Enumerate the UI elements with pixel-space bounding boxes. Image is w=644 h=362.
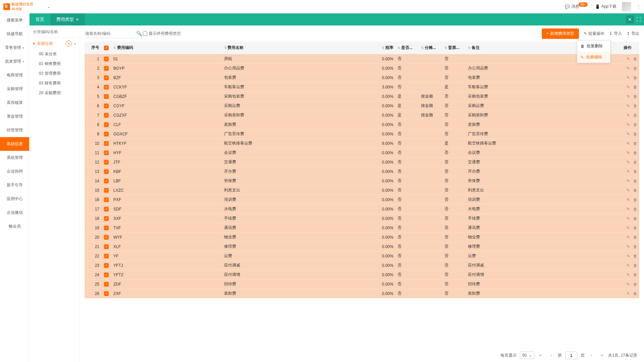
row-delete-icon[interactable]: 🗑: [633, 254, 637, 258]
col-checkbox[interactable]: ✓: [101, 42, 111, 54]
row-checkbox[interactable]: ✓: [104, 169, 109, 174]
page-size-select[interactable]: 50 ⌄: [520, 352, 534, 359]
row-delete-icon[interactable]: 🗑: [633, 113, 637, 118]
batch-delete-item[interactable]: 🗑 批量删除: [577, 41, 610, 52]
table-row[interactable]: 15 ✓ LXZC 利息支出 0.00% 否 否 利息支出 ✎ 🗑: [85, 186, 639, 195]
row-delete-icon[interactable]: 🗑: [633, 226, 637, 230]
row-delete-icon[interactable]: 🗑: [633, 244, 637, 249]
sidebar-item-15[interactable]: 畅会员: [0, 220, 29, 233]
row-checkbox[interactable]: ✓: [104, 197, 109, 202]
table-row[interactable]: 21 ✓ XLF 修理费 0.00% 否 否 修理费 ✎ 🗑: [85, 242, 639, 251]
user-avatar[interactable]: [622, 2, 631, 11]
row-delete-icon[interactable]: 🗑: [633, 94, 637, 99]
row-checkbox[interactable]: ✓: [104, 254, 109, 258]
row-delete-icon[interactable]: 🗑: [633, 66, 637, 71]
row-edit-icon[interactable]: ✎: [627, 179, 630, 183]
show-disabled-checkbox[interactable]: 显示停用费用类型: [143, 31, 181, 37]
row-edit-icon[interactable]: ✎: [627, 282, 630, 287]
sidebar-item-11[interactable]: 企业协同: [0, 165, 29, 178]
row-checkbox[interactable]: ✓: [104, 291, 109, 296]
row-delete-icon[interactable]: 🗑: [633, 263, 637, 268]
col-seq[interactable]: 序号: [85, 42, 101, 54]
row-delete-icon[interactable]: 🗑: [633, 188, 637, 193]
row-delete-icon[interactable]: 🗑: [633, 141, 637, 146]
tab-1[interactable]: 费用类型✕: [50, 13, 85, 25]
row-edit-icon[interactable]: ✎: [627, 75, 630, 80]
row-delete-icon[interactable]: 🗑: [633, 150, 637, 155]
row-edit-icon[interactable]: ✎: [627, 273, 630, 277]
row-edit-icon[interactable]: ✎: [627, 254, 630, 258]
row-edit-icon[interactable]: ✎: [627, 132, 630, 136]
category-item-1[interactable]: 01 销售费用: [38, 59, 77, 69]
table-row[interactable]: 11 ✓ HYF 会议费 0.00% 否 否 会议费 ✎ 🗑: [85, 148, 639, 158]
col-alloc[interactable]: 分摊...: [419, 42, 442, 54]
row-delete-icon[interactable]: 🗑: [633, 122, 637, 127]
sidebar-item-14[interactable]: 企业微信: [0, 206, 29, 220]
row-checkbox[interactable]: ✓: [104, 207, 109, 212]
table-row[interactable]: 16 ✓ PXF 培训费 0.00% 否 否 培训费 ✎ 🗑: [85, 195, 639, 204]
sidebar-item-9[interactable]: 基础信息: [0, 137, 29, 151]
first-page-button[interactable]: ⇤: [538, 352, 544, 359]
row-edit-icon[interactable]: ✎: [627, 122, 630, 127]
row-delete-icon[interactable]: 🗑: [633, 75, 637, 80]
table-row[interactable]: 26 ✓ ZXF 装卸费 0.00% 否 否 装卸费 ✎ 🗑: [85, 289, 639, 298]
row-edit-icon[interactable]: ✎: [627, 291, 630, 296]
row-delete-icon[interactable]: 🗑: [633, 216, 637, 221]
table-search-input[interactable]: [85, 29, 136, 38]
row-checkbox[interactable]: ✓: [104, 273, 109, 277]
batch-ops-button[interactable]: ✎ 批量操作: [584, 31, 604, 37]
row-delete-icon[interactable]: 🗑: [633, 179, 637, 183]
table-row[interactable]: 5 ✓ CGBZF 采购包装费 0.00% 是 按金额 否 采购包装费 ✎ 🗑: [85, 92, 639, 101]
row-edit-icon[interactable]: ✎: [627, 150, 630, 155]
sidebar-item-0[interactable]: 搜索菜单: [0, 13, 29, 27]
row-checkbox[interactable]: ✓: [104, 150, 109, 155]
row-delete-icon[interactable]: 🗑: [633, 57, 637, 61]
row-checkbox[interactable]: ✓: [104, 122, 109, 127]
row-checkbox[interactable]: ✓: [104, 179, 109, 183]
sidebar-item-4[interactable]: 电商管理: [0, 68, 29, 82]
row-edit-icon[interactable]: ✎: [627, 207, 630, 212]
table-row[interactable]: 6 ✓ CGYF 采购运费 0.00% 是 按金额 否 采购运费 ✎ 🗑: [85, 101, 639, 111]
category-item-3[interactable]: 03 财务费用: [38, 78, 77, 88]
search-icon[interactable]: 🔍: [136, 31, 142, 36]
tab-close-button[interactable]: ✕: [626, 15, 634, 23]
row-delete-icon[interactable]: 🗑: [633, 197, 637, 202]
row-edit-icon[interactable]: ✎: [627, 169, 630, 174]
row-checkbox[interactable]: ✓: [104, 57, 109, 61]
category-collapse-button[interactable]: «: [74, 41, 76, 46]
table-row[interactable]: 1 ✓ 01 房租 0.00% 否 否 ✎ 🗑: [85, 54, 639, 64]
more-icon[interactable]: ⋮: [637, 4, 641, 9]
add-expense-type-button[interactable]: + 新增费用类型: [542, 28, 579, 39]
table-row[interactable]: 23 ✓ YFTJ 应付调减 0.00% 否 否 应付调减 ✎ 🗑: [85, 261, 639, 270]
row-edit-icon[interactable]: ✎: [627, 57, 630, 61]
row-edit-icon[interactable]: ✎: [627, 188, 630, 193]
row-checkbox[interactable]: ✓: [104, 244, 109, 249]
row-checkbox[interactable]: ✓: [104, 216, 109, 221]
row-delete-icon[interactable]: 🗑: [633, 104, 637, 108]
category-item-2[interactable]: 02 管理费用: [38, 69, 77, 78]
row-checkbox[interactable]: ✓: [104, 141, 109, 146]
sidebar-item-8[interactable]: 经营管理: [0, 123, 29, 137]
sidebar-item-2[interactable]: 零售管理▾: [0, 41, 29, 55]
table-row[interactable]: 13 ✓ KBF 开办费 0.00% 否 否 开办费 ✎ 🗑: [85, 167, 639, 176]
col-name[interactable]: 费用名称: [222, 42, 372, 54]
close-icon[interactable]: ✕: [76, 17, 79, 22]
export-button[interactable]: ↥ 导出: [627, 31, 639, 37]
page-input[interactable]: [565, 352, 577, 359]
table-row[interactable]: 24 ✓ YFTZ 应付调增 0.00% 否 否 应付调增 ✎ 🗑: [85, 270, 639, 280]
sidebar-item-13[interactable]: 应用中心: [0, 192, 29, 206]
row-checkbox[interactable]: ✓: [104, 113, 109, 118]
row-delete-icon[interactable]: 🗑: [633, 85, 637, 89]
table-row[interactable]: 7 ✓ CGZXF 采购装卸费 0.00% 是 按金额 否 采购装卸费 ✎ 🗑: [85, 111, 639, 120]
category-edit-button[interactable]: ✎: [66, 41, 72, 47]
row-edit-icon[interactable]: ✎: [627, 113, 630, 118]
table-row[interactable]: 20 ✓ WYF 物业费 0.00% 否 否 物业费 ✎ 🗑: [85, 233, 639, 242]
row-edit-icon[interactable]: ✎: [627, 197, 630, 202]
tab-expand-button[interactable]: ⛶: [635, 15, 643, 23]
last-page-button[interactable]: ⇥: [598, 352, 605, 359]
row-checkbox[interactable]: ✓: [104, 263, 109, 268]
col-pupiao[interactable]: 普票...: [442, 42, 466, 54]
table-row[interactable]: 2 ✓ BGYP 办公用品费 0.00% 否 否 办公用品费 ✎ 🗑: [85, 64, 639, 73]
table-row[interactable]: 18 ✓ SXF 手续费 0.00% 否 否 手续费 ✎ 🗑: [85, 214, 639, 223]
table-row[interactable]: 12 ✓ JTF 交通费 0.00% 否 否 交通费 ✎ 🗑: [85, 158, 639, 167]
